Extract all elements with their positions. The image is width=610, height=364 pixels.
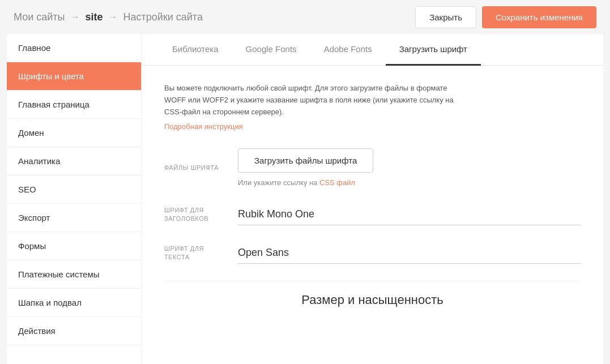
tabs: Библиотека Google Fonts Adobe Fonts Загр…: [142, 34, 603, 66]
heading-font-row: ШРИФТ ДЛЯЗАГОЛОВКОВ: [164, 204, 581, 225]
heading-font-input[interactable]: [238, 204, 581, 225]
font-files-row: ФАЙЛЫ ШРИФТА Загрузить файлы шрифта Или …: [164, 148, 581, 187]
upload-section: Загрузить файлы шрифта Или укажите ссылк…: [238, 148, 581, 187]
font-files-label: ФАЙЛЫ ШРИФТА: [164, 164, 238, 172]
css-hint-text: Или укажите ссылку на: [238, 178, 317, 187]
main-layout: Главное Шрифты и цвета Главная страница …: [7, 34, 603, 364]
content-area: Библиотека Google Fonts Adobe Fonts Загр…: [141, 34, 603, 364]
header: Мои сайты → site → Настройки сайта Закры…: [0, 0, 610, 34]
tab-library[interactable]: Библиотека: [159, 34, 232, 66]
breadcrumb-arrow-2: →: [109, 12, 118, 22]
text-font-input[interactable]: [238, 242, 581, 264]
size-section-title: Размер и насыщенность: [164, 281, 581, 307]
form-section: ФАЙЛЫ ШРИФТА Загрузить файлы шрифта Или …: [164, 148, 581, 307]
breadcrumb-arrow-1: →: [71, 12, 80, 22]
close-button[interactable]: Закрыть: [415, 6, 476, 28]
save-button[interactable]: Сохранить изменения: [482, 6, 596, 28]
text-font-label: ШРИФТ ДЛЯТЕКСТА: [164, 245, 238, 262]
text-font-row: ШРИФТ ДЛЯТЕКСТА: [164, 242, 581, 264]
tab-adobe-fonts[interactable]: Adobe Fonts: [310, 34, 386, 66]
breadcrumb-my-sites[interactable]: Мои сайты: [14, 11, 65, 23]
tab-upload-font[interactable]: Загрузить шрифт: [386, 34, 481, 66]
sidebar-item-payments[interactable]: Платежные системы: [7, 260, 141, 289]
sidebar-item-fonts[interactable]: Шрифты и цвета: [7, 62, 141, 91]
sidebar-item-export[interactable]: Экспорт: [7, 204, 141, 232]
sidebar-item-domain[interactable]: Домен: [7, 119, 141, 147]
sidebar: Главное Шрифты и цвета Главная страница …: [7, 34, 141, 364]
info-link[interactable]: Подробная инструкция: [164, 122, 243, 131]
sidebar-item-analytics[interactable]: Аналитика: [7, 147, 141, 175]
sidebar-item-seo[interactable]: SEO: [7, 175, 141, 204]
breadcrumb-site[interactable]: site: [86, 11, 103, 23]
sidebar-item-header-footer[interactable]: Шапка и подвал: [7, 289, 141, 317]
heading-font-field: [238, 204, 581, 225]
upload-hint: Или укажите ссылку на CSS файл: [238, 178, 355, 187]
heading-font-label: ШРИФТ ДЛЯЗАГОЛОВКОВ: [164, 206, 238, 224]
breadcrumb-settings: Настройки сайта: [123, 11, 203, 23]
breadcrumb: Мои сайты → site → Настройки сайта: [14, 11, 203, 23]
sidebar-item-home[interactable]: Главная страница: [7, 91, 141, 119]
info-text: Вы можете подключить любой свой шрифт. Д…: [164, 83, 459, 118]
sidebar-item-glavnoe[interactable]: Главное: [7, 34, 141, 62]
text-font-field: [238, 242, 581, 264]
header-buttons: Закрыть Сохранить изменения: [415, 6, 596, 28]
css-link[interactable]: CSS файл: [319, 178, 355, 187]
sidebar-item-forms[interactable]: Формы: [7, 232, 141, 260]
sidebar-item-actions[interactable]: Действия: [7, 317, 141, 345]
content-body: Вы можете подключить любой свой шрифт. Д…: [142, 66, 603, 324]
tab-google-fonts[interactable]: Google Fonts: [232, 34, 310, 66]
upload-button[interactable]: Загрузить файлы шрифта: [238, 148, 373, 173]
